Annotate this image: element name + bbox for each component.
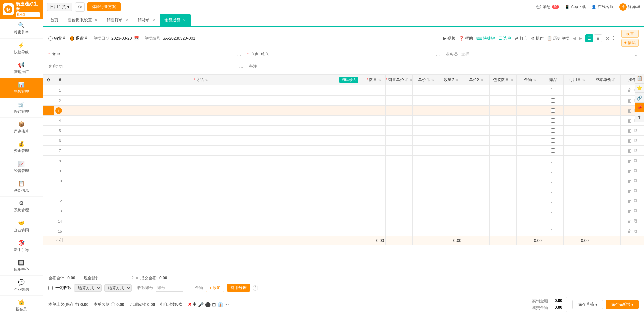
- row-qty2-8[interactable]: [439, 156, 463, 166]
- row-unit-8[interactable]: [386, 156, 413, 166]
- gift-cb-7[interactable]: [551, 148, 555, 153]
- goods-input-11[interactable]: [67, 189, 334, 193]
- row-unit2-13[interactable]: [463, 206, 490, 216]
- account-input[interactable]: 账号: [156, 284, 183, 292]
- row-unit2-10[interactable]: [463, 176, 490, 186]
- save-new-btn[interactable]: 保存&新增 ▾: [606, 300, 639, 309]
- row-unit2-11[interactable]: [463, 186, 490, 196]
- th-qty-sort[interactable]: ⇅: [378, 78, 381, 82]
- row-pkg-12[interactable]: [490, 196, 517, 206]
- gift-cb-14[interactable]: [551, 219, 555, 223]
- goods-input-12[interactable]: [67, 199, 334, 203]
- copy-icon-12[interactable]: ⧉: [634, 198, 637, 204]
- goods-input-5[interactable]: [67, 128, 334, 133]
- sidebar-item-1[interactable]: ⚡快捷导航: [0, 39, 43, 58]
- sidebar-item-9[interactable]: ⚙系统管理: [0, 197, 43, 216]
- fee-help-icon[interactable]: ?: [253, 285, 258, 291]
- row-price-10[interactable]: [413, 176, 439, 186]
- float-pin-btn[interactable]: 📌: [635, 103, 644, 112]
- row-unit2-15[interactable]: [463, 226, 490, 236]
- customer-input[interactable]: [62, 51, 235, 58]
- save-draft-btn[interactable]: 保存草稿 ▾: [572, 300, 603, 309]
- row-qty-12[interactable]: [362, 196, 386, 206]
- settlement-method-select[interactable]: 结算方式: [74, 284, 102, 292]
- float-star-btn[interactable]: ⭐: [635, 83, 644, 93]
- th-scan[interactable]: 扫码录入: [335, 75, 362, 85]
- row-amount-6[interactable]: [517, 136, 543, 146]
- row-gift-2[interactable]: [543, 96, 564, 106]
- add-row-btn-3[interactable]: +: [55, 107, 62, 114]
- row-qty-1[interactable]: [362, 85, 386, 96]
- row-qty2-2[interactable]: [439, 96, 463, 106]
- history-btn[interactable]: 📋 历史单据: [547, 36, 569, 41]
- row-unit-14[interactable]: [386, 216, 413, 226]
- row-price-8[interactable]: [413, 156, 439, 166]
- row-unit2-2[interactable]: [463, 96, 490, 106]
- prev-btn[interactable]: ◀: [573, 36, 576, 41]
- sidebar-item-5[interactable]: 📦库存核算: [0, 118, 43, 137]
- sidebar-item-8[interactable]: 📋基础信息: [0, 177, 43, 197]
- copy-icon-7[interactable]: ⧉: [634, 148, 637, 153]
- row-qty2-5[interactable]: [439, 126, 463, 136]
- list-view-btn[interactable]: ⊞: [594, 34, 602, 42]
- row-unit2-6[interactable]: [463, 136, 490, 146]
- row-qty-7[interactable]: [362, 146, 386, 156]
- goods-input-15[interactable]: [67, 229, 334, 234]
- delete-icon-1[interactable]: 🗑: [627, 88, 632, 93]
- settings-icon[interactable]: ⚙: [47, 78, 50, 82]
- calendar-icon[interactable]: 📅: [134, 36, 139, 41]
- account-ellipsis[interactable]: …: [185, 286, 190, 290]
- row-pkg-1[interactable]: [490, 85, 517, 96]
- row-price-6[interactable]: [413, 136, 439, 146]
- tab-close-4[interactable]: ✕: [183, 18, 186, 22]
- delete-icon-7[interactable]: 🗑: [627, 148, 632, 153]
- staff-ellipsis[interactable]: …: [635, 52, 639, 57]
- tab-3[interactable]: 销货单✕: [133, 14, 160, 27]
- next-btn[interactable]: ▶: [579, 36, 582, 41]
- row-goods-9[interactable]: [66, 166, 335, 176]
- row-gift-11[interactable]: [543, 186, 564, 196]
- row-qty2-13[interactable]: [439, 206, 463, 216]
- row-amount-10[interactable]: [517, 176, 543, 186]
- row-num-3[interactable]: +: [54, 106, 66, 116]
- delete-icon-13[interactable]: 🗑: [627, 208, 632, 214]
- delete-icon-9[interactable]: 🗑: [627, 168, 632, 174]
- customer-ellipsis[interactable]: …: [237, 52, 241, 57]
- row-unit2-14[interactable]: [463, 216, 490, 226]
- row-unit-6[interactable]: [386, 136, 413, 146]
- delete-icon-4[interactable]: 🗑: [627, 118, 632, 123]
- row-gift-1[interactable]: [543, 85, 564, 96]
- goods-input-1[interactable]: [67, 88, 334, 93]
- operate-btn[interactable]: ⚙ 操作: [531, 36, 544, 41]
- goods-input-4[interactable]: [67, 118, 334, 123]
- row-qty-8[interactable]: [362, 156, 386, 166]
- row-pkg-2[interactable]: [490, 96, 517, 106]
- row-unit-9[interactable]: [386, 166, 413, 176]
- row-unit2-3[interactable]: [463, 106, 490, 116]
- sidebar-item-11[interactable]: 🎯新手引导: [0, 236, 43, 256]
- row-amount-11[interactable]: [517, 186, 543, 196]
- message-item[interactable]: 💬 消息 70: [536, 4, 559, 10]
- th-unit-info[interactable]: ⓘ: [405, 78, 408, 82]
- float-upload-btn[interactable]: ⬆: [635, 113, 644, 122]
- goods-input-8[interactable]: [67, 159, 334, 163]
- row-unit2-4[interactable]: [463, 116, 490, 126]
- sidebar-item-0[interactable]: 🔍搜索菜单: [0, 19, 43, 39]
- settings-button[interactable]: 设置: [621, 30, 639, 38]
- row-qty2-4[interactable]: [439, 116, 463, 126]
- row-unit-3[interactable]: [386, 106, 413, 116]
- row-goods-12[interactable]: [66, 196, 335, 206]
- single-owe-icon[interactable]: ⓘ: [111, 302, 115, 307]
- fee-split-btn[interactable]: 费用分摊: [227, 284, 250, 292]
- row-price-11[interactable]: [413, 186, 439, 196]
- discount-input[interactable]: [103, 275, 129, 281]
- row-price-14[interactable]: [413, 216, 439, 226]
- sidebar-item-14[interactable]: 👑畅会员: [0, 296, 43, 314]
- copy-icon-5[interactable]: ⧉: [634, 128, 637, 133]
- row-goods-8[interactable]: [66, 156, 335, 166]
- row-gift-3[interactable]: [543, 106, 564, 116]
- goods-input-6[interactable]: [67, 138, 334, 143]
- row-qty-6[interactable]: [362, 136, 386, 146]
- tab-close-2[interactable]: ✕: [125, 18, 128, 22]
- goods-input-10[interactable]: [67, 179, 334, 183]
